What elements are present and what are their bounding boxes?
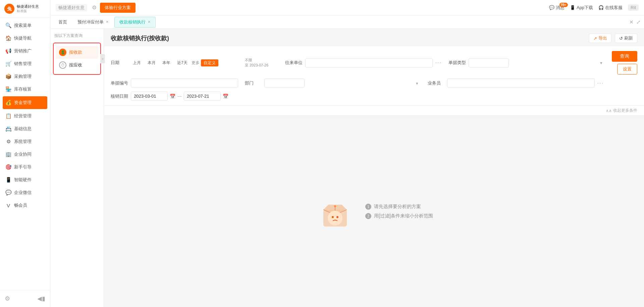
sidebar-item-guide[interactable]: 🎯 新手引导 xyxy=(0,161,50,173)
doc-num-input[interactable] xyxy=(131,79,238,88)
date-label: 日期 xyxy=(111,60,127,66)
sidebar-item-wechat[interactable]: 💬 企业微信 xyxy=(0,186,50,199)
sidebar-item-smart-hardware[interactable]: 📱 智能硬件 xyxy=(0,173,50,186)
filter-option-by-receipt[interactable]: 💲 按收款 xyxy=(56,46,98,59)
gear-icon[interactable]: ⚙ xyxy=(92,4,97,11)
date-tab-last-month[interactable]: 上月 xyxy=(130,59,144,66)
sidebar-item-purchase[interactable]: 📦 采购管理 xyxy=(0,70,50,83)
verify-date-end-input[interactable] xyxy=(184,92,221,101)
top-header-right: 💬 消息 99+ 📱 App下载 🎧 在线客服 Rit xyxy=(549,4,639,11)
verify-date-end-calendar-icon[interactable]: 📅 xyxy=(223,94,228,99)
quick-nav-icon: 🏠 xyxy=(5,35,11,41)
date-tab-custom[interactable]: 自定义 xyxy=(201,59,218,66)
date-tab-more[interactable]: 更多 xyxy=(192,60,200,66)
filter-option-by-receivable[interactable]: ⏱ 按应收 xyxy=(56,59,98,71)
system-icon: ⚙ xyxy=(5,139,11,145)
main-content: 收款核销执行(按收款) ↗ 导出 ↺ 刷新 日期 xyxy=(104,29,644,307)
collapse-sidebar-button[interactable]: ◀▮ xyxy=(36,294,47,304)
verify-date-start-calendar-icon[interactable]: 📅 xyxy=(170,94,175,99)
by-receipt-label: 按收款 xyxy=(69,49,82,55)
export-icon: ↗ xyxy=(593,36,597,41)
logo-icon: 兔 xyxy=(4,3,15,14)
enterprise-icon: 🏢 xyxy=(5,151,11,157)
date-tab-this-month[interactable]: 本月 xyxy=(145,59,158,66)
message-button[interactable]: 💬 消息 99+ xyxy=(549,5,565,11)
finance-icon: 💰 xyxy=(5,100,11,106)
sidebar-item-member[interactable]: V 畅会员 xyxy=(0,199,50,212)
sidebar: 兔 畅捷通好生意 标准版 🔍 搜索菜单 🏠 快捷导航 📢 营销推广 🛒 销售管理… xyxy=(0,0,50,307)
partner-input[interactable] xyxy=(305,58,433,67)
staff-picker-icon[interactable]: ··· xyxy=(597,80,604,86)
dept-select-wrapper xyxy=(264,79,421,88)
collapse-conditions-button[interactable]: ∧∧ 收起更多条件 xyxy=(606,108,637,113)
query-button[interactable]: 查询 xyxy=(612,51,637,62)
sidebar-item-sales[interactable]: 🛒 销售管理 xyxy=(0,57,50,70)
empty-state: 1 请先选择要分析的方案 2 用[过滤]条件来缩小分析范围 xyxy=(104,116,644,307)
sidebar-item-basic-info[interactable]: 📇 基础信息 xyxy=(0,122,50,135)
page-title: 收款核销执行(按收款) xyxy=(111,34,169,42)
settings-bottom-button[interactable]: ⚙ xyxy=(3,294,11,304)
sidebar-item-enterprise[interactable]: 🏢 企业协同 xyxy=(0,148,50,161)
by-receivable-icon: ⏱ xyxy=(59,61,66,69)
empty-svg xyxy=(315,191,355,232)
tab-receive[interactable]: 收款核销执行 ✕ xyxy=(114,17,156,28)
tab-prepay-label: 预付冲应付单 xyxy=(77,19,104,25)
tab-close-all-icon[interactable]: ✕ xyxy=(629,19,634,25)
smart-hardware-icon: 📱 xyxy=(5,177,11,183)
industry-btn[interactable]: 体验行业方案 xyxy=(100,3,136,13)
guide-icon: 🎯 xyxy=(5,164,11,170)
empty-hint-2-num: 2 xyxy=(365,213,371,219)
partner-picker-icon[interactable]: ··· xyxy=(435,60,442,66)
doc-num-group: 单据编号 xyxy=(111,79,238,88)
by-receivable-label: 按应收 xyxy=(69,62,82,68)
purchase-icon: 📦 xyxy=(5,73,11,80)
tab-prepay-close[interactable]: ✕ xyxy=(106,20,109,24)
online-service-label: 在线客服 xyxy=(605,5,623,11)
top-header-left: 畅捷通好生意 ⚙ 体验行业方案 xyxy=(56,3,136,13)
date-tab-7days[interactable]: 近7天 xyxy=(174,59,190,66)
sidebar-item-marketing[interactable]: 📢 营销推广 xyxy=(0,45,50,57)
staff-input[interactable] xyxy=(447,79,595,88)
doc-type-group: 单据类型 xyxy=(448,58,605,67)
sidebar-item-quick-nav[interactable]: 🏠 快捷导航 xyxy=(0,32,50,45)
date-group: 日期 上月 本月 本年 近7天 更多 自定义 xyxy=(111,59,238,66)
sidebar-item-search-menu[interactable]: 🔍 搜索菜单 xyxy=(0,19,50,32)
dept-group: 部门 xyxy=(245,79,421,88)
settings-button[interactable]: 设置 xyxy=(617,64,637,74)
online-service-button[interactable]: 🎧 在线客服 xyxy=(598,5,623,11)
tab-expand-icon[interactable]: ⤢ xyxy=(636,19,641,25)
dept-select[interactable] xyxy=(264,79,305,88)
tab-home[interactable]: 首页 xyxy=(54,17,72,28)
export-button[interactable]: ↗ 导出 xyxy=(589,34,611,43)
sidebar-item-operation[interactable]: 📋 经营管理 xyxy=(0,110,50,122)
partner-label: 往来单位 xyxy=(285,60,303,66)
doc-num-label: 单据编号 xyxy=(111,80,128,86)
sidebar-logo: 兔 畅捷通好生意 标准版 xyxy=(0,0,50,18)
refresh-button[interactable]: ↺ 刷新 xyxy=(615,34,637,43)
date-tab-this-year[interactable]: 本年 xyxy=(160,59,173,66)
sidebar-item-inventory[interactable]: 🏪 库存核算 xyxy=(0,83,50,96)
filter-panel-collapse-btn[interactable]: » xyxy=(100,54,105,63)
sidebar-menu: 🔍 搜索菜单 🏠 快捷导航 📢 营销推广 🛒 销售管理 📦 采购管理 🏪 库存核… xyxy=(0,18,50,290)
collapse-conditions-bar: ∧∧ 收起更多条件 xyxy=(104,106,644,116)
svg-point-10 xyxy=(334,205,336,207)
sidebar-item-finance[interactable]: 💰 资金管理 xyxy=(3,96,47,109)
verify-date-group: 核销日期 📅 — 📅 xyxy=(111,92,272,101)
top-header: 畅捷通好生意 ⚙ 体验行业方案 💬 消息 99+ 📱 App下载 🎧 在线客服 … xyxy=(50,0,644,15)
filter-panel: 按以下方案查询 💲 按收款 ⏱ 按应收 » xyxy=(50,29,104,307)
logo-sub: 标准版 xyxy=(17,9,39,13)
verify-date-start-input[interactable] xyxy=(131,92,168,101)
tab-prepay[interactable]: 预付冲应付单 ✕ xyxy=(72,17,114,28)
search-form: 日期 上月 本月 本年 近7天 更多 自定义 不限 至 2023-07-26 xyxy=(104,46,644,106)
sidebar-item-system[interactable]: ⚙ 系统管理 xyxy=(0,135,50,148)
svg-point-8 xyxy=(336,216,338,218)
svg-point-6 xyxy=(328,211,342,225)
app-download-button[interactable]: 📱 App下载 xyxy=(570,5,593,11)
date-tabs-group: 上月 本月 本年 近7天 更多 自定义 xyxy=(130,59,218,66)
page-actions: ↗ 导出 ↺ 刷新 xyxy=(589,34,637,43)
empty-hint-1-num: 1 xyxy=(365,204,371,210)
doc-type-select[interactable] xyxy=(469,58,509,67)
marketing-icon: 📢 xyxy=(5,48,11,54)
tab-receive-close[interactable]: ✕ xyxy=(148,20,151,24)
form-row-3: 核销日期 📅 — 📅 xyxy=(111,92,637,101)
